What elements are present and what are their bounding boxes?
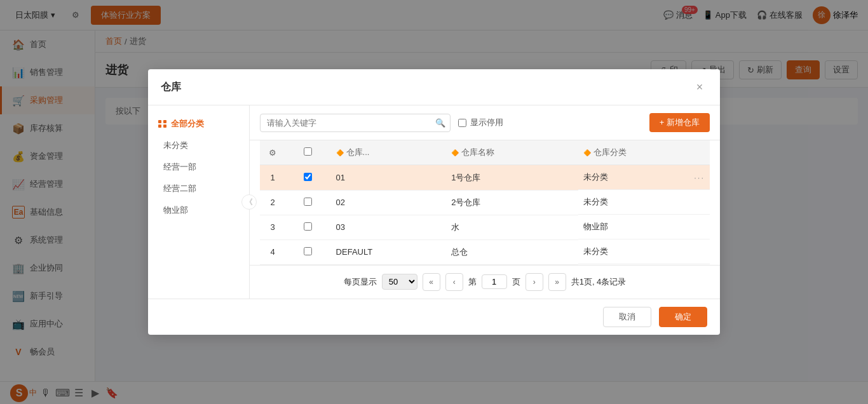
category-item-ops2[interactable]: 经营二部 xyxy=(148,178,249,199)
next-page-button[interactable]: › xyxy=(526,273,543,291)
td-code: 03 xyxy=(331,215,447,239)
show-disabled-wrap: 显示停用 xyxy=(458,117,503,128)
td-code: 01 xyxy=(331,165,447,191)
page-size-select[interactable]: 50 10 20 100 xyxy=(382,274,417,290)
warehouse-table: ⚙ 🔶 仓库... xyxy=(260,140,710,265)
cancel-button[interactable]: 取消 xyxy=(603,307,651,327)
category-all[interactable]: 全部分类 xyxy=(148,113,249,135)
td-row-no: 1 xyxy=(260,165,285,191)
modal-close-button[interactable]: × xyxy=(692,79,707,95)
modal-backdrop: 仓库 × 全部分类 未分类 经营一部 经营二部 物业部 xyxy=(0,0,868,404)
warehouse-modal: 仓库 × 全部分类 未分类 经营一部 经营二部 物业部 xyxy=(148,69,720,335)
show-disabled-label[interactable]: 显示停用 xyxy=(470,117,503,128)
td-checkbox[interactable] xyxy=(285,165,331,191)
th-code[interactable]: 🔶 仓库... xyxy=(331,140,447,165)
td-category: 未分类 xyxy=(578,239,710,264)
td-category: 未分类 ··· xyxy=(578,165,710,190)
td-name: 2号仓库 xyxy=(446,190,578,215)
more-button[interactable]: ··· xyxy=(694,173,705,182)
search-icon[interactable]: 🔍 xyxy=(435,118,445,128)
modal-body: 全部分类 未分类 经营一部 经营二部 物业部 《 🔍 xyxy=(148,105,720,299)
sort-category[interactable]: 🔶 仓库分类 xyxy=(583,147,627,158)
category-item-unclassified[interactable]: 未分类 xyxy=(148,135,249,156)
row-checkbox[interactable] xyxy=(304,198,312,206)
confirm-button[interactable]: 确定 xyxy=(659,307,707,327)
th-checkbox xyxy=(285,140,331,165)
last-page-button[interactable]: » xyxy=(548,273,566,291)
prev-page-button[interactable]: ‹ xyxy=(445,273,463,291)
td-name: 1号仓库 xyxy=(446,165,578,191)
sort-category-icon: 🔶 xyxy=(583,149,591,156)
td-code: 02 xyxy=(331,190,447,215)
row-checkbox[interactable] xyxy=(304,222,312,231)
modal-title: 仓库 xyxy=(161,81,181,94)
pagination-bar: 每页显示 50 10 20 100 « ‹ 第 页 › » 共1页, 4条记录 xyxy=(250,265,720,299)
table-header-row: ⚙ 🔶 仓库... xyxy=(260,140,710,165)
td-checkbox[interactable] xyxy=(285,239,331,264)
search-input-wrap: 🔍 xyxy=(260,114,451,132)
table-row[interactable]: 3 03 水 物业部 xyxy=(260,215,710,239)
modal-header: 仓库 × xyxy=(148,69,720,105)
category-collapse-button[interactable]: 《 xyxy=(241,194,257,210)
total-info: 共1页, 4条记录 xyxy=(571,276,627,288)
table-row[interactable]: 4 DEFAULT 总仓 未分类 xyxy=(260,239,710,264)
show-disabled-checkbox[interactable] xyxy=(458,119,466,127)
category-item-ops1[interactable]: 经营一部 xyxy=(148,156,249,178)
category-item-property[interactable]: 物业部 xyxy=(148,199,249,221)
td-row-no: 3 xyxy=(260,215,285,239)
th-name[interactable]: 🔶 仓库名称 xyxy=(446,140,578,165)
td-checkbox[interactable] xyxy=(285,190,331,215)
warehouse-table-wrap: ⚙ 🔶 仓库... xyxy=(250,140,720,265)
td-name: 总仓 xyxy=(446,239,578,264)
category-all-label: 全部分类 xyxy=(171,118,204,130)
add-warehouse-button[interactable]: + 新增仓库 xyxy=(649,113,710,132)
first-page-button[interactable]: « xyxy=(423,273,440,291)
modal-footer: 取消 确定 xyxy=(148,299,720,335)
category-panel: 全部分类 未分类 经营一部 经营二部 物业部 《 xyxy=(148,105,250,299)
th-category[interactable]: 🔶 仓库分类 xyxy=(578,140,710,165)
page-input[interactable] xyxy=(482,274,507,289)
right-panel: 🔍 显示停用 + 新增仓库 ⚙ xyxy=(250,105,720,299)
search-input[interactable] xyxy=(260,114,451,132)
select-all-checkbox[interactable] xyxy=(304,147,312,156)
sort-name[interactable]: 🔶 仓库名称 xyxy=(451,147,494,158)
td-checkbox[interactable] xyxy=(285,215,331,239)
page-label: 第 xyxy=(468,276,477,288)
td-category: 未分类 xyxy=(578,190,710,215)
page-size-label: 每页显示 xyxy=(344,276,377,288)
category-dots-icon xyxy=(158,120,167,128)
th-settings: ⚙ xyxy=(260,140,285,165)
sort-icon: 🔶 xyxy=(336,149,344,156)
warehouse-table-body: 1 01 1号仓库 未分类 ··· 2 02 2号仓库 未分类 3 xyxy=(260,165,710,265)
table-row[interactable]: 1 01 1号仓库 未分类 ··· xyxy=(260,165,710,191)
row-checkbox[interactable] xyxy=(304,247,312,255)
td-row-no: 2 xyxy=(260,190,285,215)
sort-name-icon: 🔶 xyxy=(451,149,459,156)
td-code: DEFAULT xyxy=(331,239,447,264)
row-checkbox[interactable] xyxy=(304,173,312,181)
sort-code[interactable]: 🔶 仓库... xyxy=(336,147,370,158)
table-row[interactable]: 2 02 2号仓库 未分类 xyxy=(260,190,710,215)
search-bar: 🔍 显示停用 + 新增仓库 xyxy=(250,105,720,140)
td-category: 物业部 xyxy=(578,215,710,239)
td-row-no: 4 xyxy=(260,239,285,264)
td-name: 水 xyxy=(446,215,578,239)
page-suffix: 页 xyxy=(512,276,520,288)
